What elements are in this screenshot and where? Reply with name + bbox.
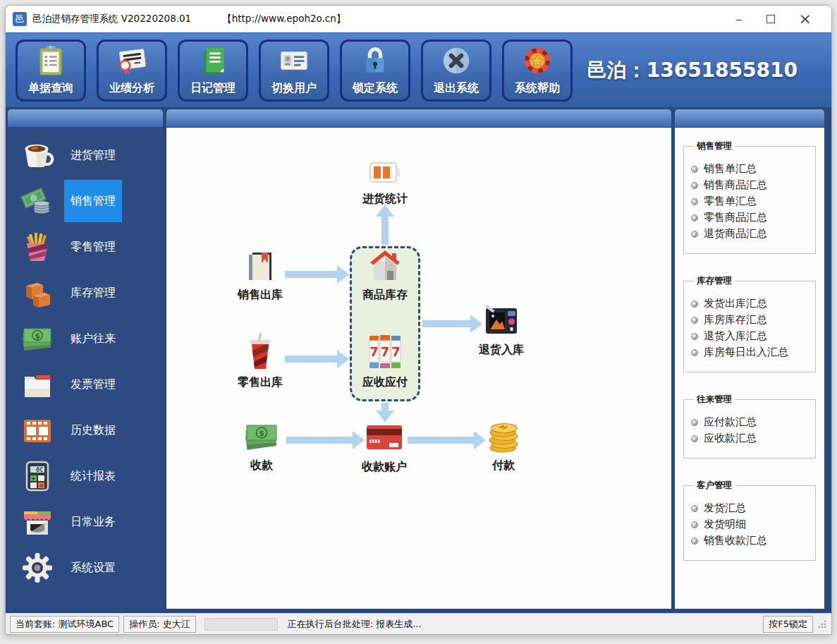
f5-lock-hint: 按F5锁定 xyxy=(763,616,813,633)
bullet-icon xyxy=(691,537,698,545)
canvas-panel: 进货统计 销售出库 xyxy=(166,109,671,609)
exit-icon xyxy=(440,44,472,80)
book-icon xyxy=(244,249,276,286)
sidebar-header-strip xyxy=(8,109,163,128)
close-button[interactable]: × xyxy=(799,13,812,25)
toolbar-button-switch-user[interactable]: 切换用户 xyxy=(259,40,329,102)
sidebar-item-inventory[interactable]: 库存管理 xyxy=(8,269,163,315)
calculator-icon: 0C + = xyxy=(19,458,56,494)
svg-text:7: 7 xyxy=(381,344,390,359)
app-window: 邑 邑泊进销存管理系统 V20220208.01 【http://www.epo… xyxy=(5,5,832,635)
report-item-return-goods-summary[interactable]: 退货商品汇总 xyxy=(691,227,809,241)
toolbar-button-system-help[interactable]: 系统帮助 xyxy=(502,40,573,102)
maximize-icon xyxy=(766,15,775,23)
credit-card-icon xyxy=(365,423,403,458)
report-item-receivable-summary[interactable]: 应收款汇总 xyxy=(691,432,809,445)
report-item-retail-goods-summary[interactable]: 零售商品汇总 xyxy=(691,211,809,224)
dollar-bills-icon: $ xyxy=(19,320,56,357)
arrow-sales-out-to-box xyxy=(285,265,349,284)
node-goods-inventory[interactable]: 商品库存 xyxy=(353,249,417,303)
sidebar-item-reports[interactable]: 0C + = 统计报表 xyxy=(8,453,163,499)
group-sales-management: 销售管理 销售单汇总 销售商品汇总 零售单汇总 零售商品汇总 退货商品汇总 xyxy=(683,140,816,254)
folder-icon xyxy=(19,366,56,403)
sidebar-item-settings[interactable]: 系统设置 xyxy=(8,545,163,590)
sidebar-item-daily[interactable]: 日常业务 xyxy=(8,499,163,545)
film-strip-icon xyxy=(19,412,56,449)
node-receivable-payable[interactable]: 7 7 7 应收应付 xyxy=(353,334,417,390)
title-bar: 邑 邑泊进销存管理系统 V20220208.01 【http://www.epo… xyxy=(6,6,831,32)
toolbar-button-exit-system[interactable]: 退出系统 xyxy=(421,40,491,102)
group-customer-management: 客户管理 发货汇总 发货明细 销售收款汇总 xyxy=(683,480,816,561)
house-icon xyxy=(367,249,403,286)
coffee-cup-icon xyxy=(19,137,56,174)
storefront-icon xyxy=(19,504,56,540)
sidebar-item-accounts[interactable]: $ 账户往来 xyxy=(8,315,163,361)
report-item-shipment-out-summary[interactable]: 发货出库汇总 xyxy=(691,297,809,310)
bullet-icon xyxy=(691,317,698,324)
bullet-icon xyxy=(691,505,698,512)
id-card-icon xyxy=(278,44,310,80)
report-item-sales-order-summary[interactable]: 销售单汇总 xyxy=(691,162,809,176)
bullet-icon xyxy=(691,231,698,238)
report-item-warehouse-stock-summary[interactable]: 库房库存汇总 xyxy=(691,313,809,327)
current-account-set: 当前套账: 测试环境ABC xyxy=(10,616,119,633)
bullet-icon xyxy=(691,521,698,528)
sidebar-item-retail[interactable]: 零售管理 xyxy=(8,224,163,269)
gold-coins-icon xyxy=(484,415,523,456)
sidebar-item-sales[interactable]: 销售管理 xyxy=(8,178,163,224)
group-title: 销售管理 xyxy=(694,140,735,152)
bullet-icon xyxy=(691,333,698,340)
flowchart-canvas: 进货统计 销售出库 xyxy=(166,128,671,609)
money-coins-icon xyxy=(19,183,56,219)
node-receive[interactable]: $ 收款 xyxy=(230,418,293,473)
operator-name: 操作员: 史大江 xyxy=(123,616,196,633)
batch-status-message: 正在执行后台批处理: 报表生成... xyxy=(288,618,422,631)
bullet-icon xyxy=(691,435,698,442)
node-return-in[interactable]: 退货入库 xyxy=(470,304,533,358)
svg-text:7: 7 xyxy=(391,344,401,359)
node-sales-out[interactable]: 销售出库 xyxy=(228,249,292,303)
node-receive-account[interactable]: 收款账户 xyxy=(353,423,416,475)
report-item-payable-summary[interactable]: 应付款汇总 xyxy=(691,415,809,429)
sidebar: 进货管理 xyxy=(8,109,163,609)
batch-progress-bar xyxy=(204,618,278,631)
certificate-icon xyxy=(116,44,148,80)
clipboard-icon xyxy=(35,44,67,80)
toolbar-button-diary-management[interactable]: 日记管理 xyxy=(178,40,248,102)
group-inventory-management: 库存管理 发货出库汇总 库房库存汇总 退货入库汇总 库房每日出入汇总 xyxy=(683,275,816,372)
bullet-icon xyxy=(691,182,698,189)
report-item-retail-order-summary[interactable]: 零售单汇总 xyxy=(691,195,809,208)
resize-grip-icon[interactable] xyxy=(817,619,827,629)
poker-chip-icon xyxy=(521,44,554,80)
report-item-return-in-summary[interactable]: 退货入库汇总 xyxy=(691,329,809,343)
drink-cup-icon xyxy=(245,332,276,373)
sidebar-item-history[interactable]: 历史数据 xyxy=(8,407,163,453)
arrow-box-down-to-account xyxy=(376,403,394,423)
cash-bills-icon: $ xyxy=(243,418,281,456)
toolbar: 单据查询 业绩分析 xyxy=(6,32,831,107)
toolbar-button-document-query[interactable]: 单据查询 xyxy=(16,40,86,102)
toolbar-button-performance-analysis[interactable]: 业绩分析 xyxy=(97,40,167,102)
report-item-shipment-summary[interactable]: 发货汇总 xyxy=(691,502,809,515)
bullet-icon xyxy=(691,166,698,173)
node-purchase-stats[interactable]: 进货统计 xyxy=(353,160,417,207)
battery-icon xyxy=(368,160,402,190)
notebook-icon xyxy=(197,44,229,80)
group-title: 库存管理 xyxy=(694,275,735,287)
maximize-button[interactable] xyxy=(766,13,775,25)
bullet-icon xyxy=(691,198,698,205)
status-bar: 当前套账: 测试环境ABC 操作员: 史大江 正在执行后台批处理: 报表生成..… xyxy=(6,613,831,634)
gear-icon xyxy=(19,549,56,586)
sidebar-item-invoice[interactable]: 发票管理 xyxy=(8,361,163,407)
node-retail-out[interactable]: 零售出库 xyxy=(228,332,292,390)
sidebar-item-purchase[interactable]: 进货管理 xyxy=(8,132,163,178)
arrow-up-to-purchase-stats xyxy=(376,205,394,245)
report-item-sales-goods-summary[interactable]: 销售商品汇总 xyxy=(691,178,809,192)
toolbar-button-lock-system[interactable]: 锁定系统 xyxy=(340,40,410,102)
report-item-warehouse-daily-io-summary[interactable]: 库房每日出入汇总 xyxy=(691,346,809,359)
svg-text:+: + xyxy=(31,475,36,481)
minimize-button[interactable]: – xyxy=(736,13,743,25)
node-pay[interactable]: 付款 xyxy=(472,415,535,473)
report-item-sales-receipt-summary[interactable]: 销售收款汇总 xyxy=(691,534,809,547)
report-item-shipment-detail[interactable]: 发货明细 xyxy=(691,518,809,531)
